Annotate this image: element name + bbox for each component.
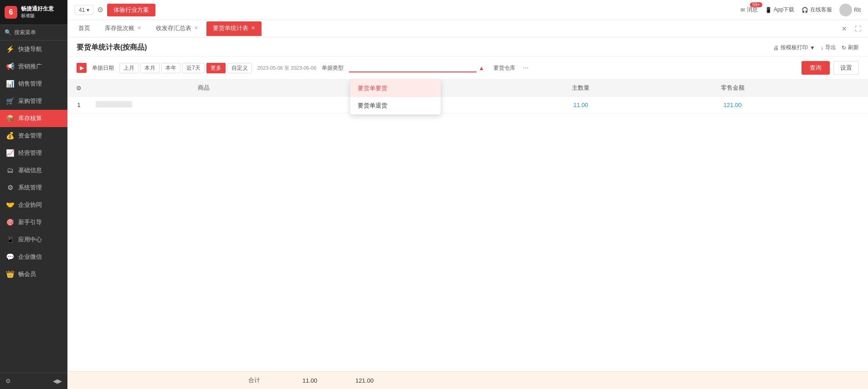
date-more-button[interactable]: 更多 (206, 63, 226, 73)
date-range-buttons: 上月 本月 本年 近7天 更多 自定义 (119, 63, 252, 73)
sidebar-item-operations[interactable]: 📈 经营管理 (0, 144, 67, 162)
query-button[interactable]: 查询 (801, 61, 830, 75)
sidebar-item-label: 营销推广 (18, 62, 42, 71)
tab-receive-summary[interactable]: 收发存汇总表 ✕ (149, 21, 205, 36)
dropdown-item-return[interactable]: 要货单退货 (350, 97, 441, 114)
sidebar-bottom: ⚙ ◀▶ (0, 373, 67, 389)
sidebar-item-base[interactable]: 🗂 基础信息 (0, 162, 67, 179)
messages-badge: 99+ (750, 2, 762, 7)
sidebar-item-inventory[interactable]: 📦 库存核算 (0, 110, 67, 127)
app-label: App下载 (774, 6, 794, 14)
messages-button[interactable]: ✉ 消息 99+ (740, 6, 758, 14)
print-icon: 🖨 (773, 45, 779, 51)
sales-icon: 📊 (5, 80, 15, 88)
tab-home-label: 首页 (78, 24, 90, 32)
sidebar-item-appstore[interactable]: 📱 应用中心 (0, 231, 67, 248)
type-label: 单据类型 (322, 64, 344, 72)
warehouse-label: 要货仓库 (493, 64, 515, 72)
sidebar-item-label: 快捷导航 (18, 45, 42, 53)
type-dropdown-arrow-icon[interactable]: ▲ (478, 65, 484, 72)
sidebar-item-finance[interactable]: 💰 资金管理 (0, 127, 67, 144)
footer-label: 合计 (248, 377, 260, 384)
sidebar-item-sales[interactable]: 📊 销售管理 (0, 75, 67, 92)
filter-settings-button[interactable]: 设置 (833, 61, 859, 75)
tab-expand-button[interactable]: ⛶ (853, 23, 863, 34)
page-actions: 🖨 按模板打印 ▼ ↓ 导出 ↻ 刷新 (773, 44, 859, 51)
footer-amount: 121.00 (342, 377, 387, 384)
tabs-controls: ✕ ⛶ (839, 23, 863, 34)
collapse-icon[interactable]: ◀▶ (53, 378, 62, 384)
export-button[interactable]: ↓ 导出 (821, 44, 836, 51)
user-name: Rit (854, 7, 861, 13)
tab-inventory-batch[interactable]: 库存批次账 ✕ (98, 21, 148, 36)
col-product: 商品 (90, 80, 318, 97)
sidebar-item-quick-nav[interactable]: ⚡ 快捷导航 (0, 41, 67, 58)
date-last-month-button[interactable]: 上月 (119, 63, 139, 73)
page-title: 要货单统计表(按商品) (77, 43, 147, 52)
appstore-icon: 📱 (5, 235, 15, 244)
cell-extra (816, 97, 868, 113)
cell-seq: 1 (67, 97, 90, 113)
sidebar-item-system[interactable]: ⚙ 系统管理 (0, 179, 67, 196)
footer-quantity: 11.00 (287, 377, 333, 384)
service-button[interactable]: 🎧 在线客服 (801, 6, 832, 14)
quantity-link[interactable]: 11.00 (573, 102, 588, 108)
tab-close-all-button[interactable]: ✕ (839, 23, 850, 34)
main-content: 41 ▾ ⚙ 体验行业方案 ✉ 消息 99+ 📱 App下载 🎧 在线客服 R (67, 0, 868, 389)
refresh-button[interactable]: ↻ 刷新 (842, 44, 859, 51)
finance-icon: 💰 (5, 132, 15, 140)
col-extra (816, 80, 868, 97)
topbar-right: ✉ 消息 99+ 📱 App下载 🎧 在线客服 Rit (740, 4, 861, 16)
sidebar-item-purchase[interactable]: 🛒 采购管理 (0, 92, 67, 110)
date-range-display: 2023-05-06 至 2023-06-06 (257, 65, 317, 72)
refresh-icon: ↻ (842, 45, 846, 51)
sidebar-item-label: 应用中心 (18, 235, 42, 244)
quick-nav-icon: ⚡ (5, 45, 15, 53)
sidebar-item-marketing[interactable]: 📢 营销推广 (0, 58, 67, 75)
tab-home[interactable]: 首页 (72, 21, 97, 36)
print-button[interactable]: 🖨 按模板打印 ▼ (773, 44, 815, 51)
sidebar-item-enterprise[interactable]: 🤝 企业协同 (0, 196, 67, 214)
sidebar: 6 畅捷通好生意 标准版 🔍 搜索菜单 ⚡ 快捷导航 📢 营销推广 📊 销售管理… (0, 0, 67, 389)
settings-gear-icon[interactable]: ⚙ (97, 5, 103, 14)
sidebar-item-label: 企业微信 (18, 253, 42, 261)
app-icon: 📱 (765, 7, 772, 13)
sidebar-item-label: 畅会员 (18, 270, 36, 278)
trial-button[interactable]: 体验行业方案 (107, 4, 155, 16)
tab-order-stats[interactable]: 要货单统计表 ✕ (206, 21, 262, 36)
store-dropdown-icon: ▾ (87, 7, 89, 13)
sidebar-item-guide[interactable]: 🎯 新手引导 (0, 214, 67, 231)
user-avatar[interactable]: Rit (839, 4, 861, 16)
avatar-image (839, 4, 852, 16)
sidebar-logo: 6 畅捷通好生意 标准版 (0, 0, 67, 25)
app-download-button[interactable]: 📱 App下载 (765, 6, 794, 14)
search-icon: 🔍 (5, 29, 11, 36)
sidebar-item-label: 销售管理 (18, 80, 42, 88)
dropdown-item-order[interactable]: 要货单要货 (350, 80, 441, 97)
purchase-icon: 🛒 (5, 97, 15, 105)
tab-inventory-batch-close[interactable]: ✕ (137, 25, 141, 31)
amount-link[interactable]: 121.00 (724, 102, 742, 108)
warehouse-more-button[interactable]: ··· (523, 64, 529, 72)
tab-inventory-batch-label: 库存批次账 (105, 24, 134, 32)
cell-quantity: 11.00 (512, 97, 649, 113)
settings-icon[interactable]: ⚙ (5, 378, 11, 384)
tab-receive-summary-close[interactable]: ✕ (194, 25, 198, 31)
refresh-label: 刷新 (848, 44, 859, 51)
sidebar-item-wechat[interactable]: 💬 企业微信 (0, 248, 67, 266)
type-input-wrap: ▲ (349, 63, 484, 72)
date-custom-button[interactable]: 自定义 (227, 63, 252, 73)
filter-expand-button[interactable]: ▶ (77, 63, 87, 73)
date-this-month-button[interactable]: 本月 (140, 63, 159, 73)
date-this-year-button[interactable]: 本年 (161, 63, 180, 73)
system-icon: ⚙ (5, 184, 15, 192)
topbar: 41 ▾ ⚙ 体验行业方案 ✉ 消息 99+ 📱 App下载 🎧 在线客服 R (67, 0, 868, 20)
date-7days-button[interactable]: 近7天 (182, 63, 205, 73)
guide-icon: 🎯 (5, 218, 15, 226)
store-selector[interactable]: 41 ▾ (75, 5, 93, 15)
sidebar-item-vip[interactable]: 👑 畅会员 (0, 266, 67, 283)
table-settings-icon[interactable]: ⚙ (76, 85, 82, 92)
sidebar-search[interactable]: 🔍 搜索菜单 (0, 25, 67, 41)
type-input[interactable] (349, 63, 477, 72)
tab-order-stats-close[interactable]: ✕ (251, 25, 255, 31)
